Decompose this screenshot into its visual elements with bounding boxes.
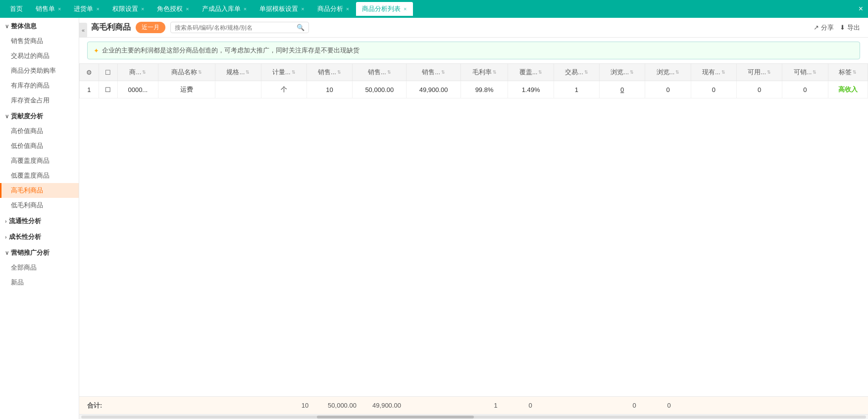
footer-cell-10 [444, 402, 478, 409]
nav-close-icon[interactable]: × [186, 6, 189, 12]
sidebar-group-流通性分析[interactable]: ›流通性分析 [0, 213, 79, 229]
sidebar-group-营销推广分析[interactable]: ∨营销推广分析 [0, 244, 79, 260]
sidebar-group-贡献度分析[interactable]: ∨贡献度分析 [0, 108, 79, 124]
sidebar-group-label: 贡献度分析 [11, 112, 43, 121]
sidebar-item-低覆盖度商品[interactable]: 低覆盖度商品 [0, 168, 79, 183]
export-button[interactable]: ⬇ 导出 [840, 23, 860, 32]
nav-close-icon[interactable]: × [244, 6, 247, 12]
row-sales1: 10 [306, 81, 352, 98]
sidebar-item-低毛利商品[interactable]: 低毛利商品 [0, 198, 79, 213]
row-tag: 高收入 [828, 81, 868, 98]
sidebar-group-成长性分析[interactable]: ›成长性分析 [0, 229, 79, 244]
nav-item-进货单[interactable]: 进货单× [68, 2, 105, 16]
col-header-浏览...[interactable]: 浏览...⇅ [645, 64, 691, 81]
sidebar-item-销售货商品[interactable]: 销售货商品 [0, 34, 79, 48]
table-container: ⚙☐商...⇅商品名称⇅规格...⇅计量...⇅销售...⇅销售...⇅销售..… [79, 63, 868, 396]
nav-close-icon[interactable]: × [96, 6, 99, 12]
row-sales3: 49,900.00 [407, 81, 460, 98]
sidebar-item-低价值商品[interactable]: 低价值商品 [0, 139, 79, 153]
footer-cell-0 [117, 402, 137, 409]
sidebar: ∨整体信息销售货商品交易过的商品商品分类助购率有库存的商品库存资金占用∨贡献度分… [0, 18, 79, 419]
row-browse1: 0 [600, 81, 645, 98]
export-icon: ⬇ [840, 24, 845, 31]
top-nav: 首页销售单×进货单×权限设置×角色授权×产成品入库单×单据模板设置×商品分析×商… [0, 0, 868, 18]
col-header-商品名称[interactable]: 商品名称⇅ [158, 64, 215, 81]
footer-cell-17 [686, 402, 716, 409]
sidebar-item-交易过的商品[interactable]: 交易过的商品 [0, 48, 79, 63]
sidebar-group-arrow: › [5, 234, 7, 240]
footer-cell-2 [152, 402, 181, 409]
nav-item-首页[interactable]: 首页 [4, 2, 29, 16]
sidebar-item-商品分类助购率[interactable]: 商品分类助购率 [0, 63, 79, 78]
sidebar-item-库存资金占用[interactable]: 库存资金占用 [0, 93, 79, 108]
col-header-销售...[interactable]: 销售...⇅ [306, 64, 352, 81]
window-close-button[interactable]: × [859, 4, 863, 13]
row-coverage: 1.49% [508, 81, 554, 98]
sidebar-item-新品[interactable]: 新品 [0, 275, 79, 290]
nav-item-销售单[interactable]: 销售单× [30, 2, 67, 16]
nav-item-商品分析[interactable]: 商品分析× [311, 2, 355, 16]
footer-cell-8: 49,900.00 [364, 402, 409, 409]
content-header: 高毛利商品 近一月 🔍 ↗ 分享 ⬇ 导出 [79, 18, 868, 38]
col-header-⚙: ⚙ [80, 64, 99, 81]
sidebar-collapse-button[interactable]: « [79, 23, 87, 38]
col-header-可销...[interactable]: 可销...⇅ [782, 64, 828, 81]
row-code: 0000... [118, 81, 158, 98]
nav-close-icon[interactable]: × [58, 6, 61, 12]
footer-cell-13 [548, 402, 582, 409]
nav-item-角色授权[interactable]: 角色授权× [151, 2, 195, 16]
share-button[interactable]: ↗ 分享 [814, 23, 834, 32]
search-icon[interactable]: 🔍 [297, 24, 305, 31]
sidebar-group-arrow: ∨ [5, 113, 9, 120]
sidebar-group-整体信息[interactable]: ∨整体信息 [0, 18, 79, 34]
nav-close-icon[interactable]: × [141, 6, 144, 12]
sidebar-item-有库存的商品[interactable]: 有库存的商品 [0, 78, 79, 93]
col-header-标签[interactable]: 标签⇅ [828, 64, 868, 81]
row-sellable: 0 [782, 81, 828, 98]
sidebar-group-label: 流通性分析 [9, 217, 41, 226]
col-header-销售...[interactable]: 销售...⇅ [407, 64, 460, 81]
col-header-毛利率[interactable]: 毛利率⇅ [460, 64, 508, 81]
total-label: 合计: [87, 401, 117, 410]
col-header-可用...[interactable]: 可用...⇅ [736, 64, 782, 81]
footer-cell-3 [181, 402, 231, 409]
nav-item-商品分析列表[interactable]: 商品分析列表× [356, 2, 412, 16]
row-current: 0 [691, 81, 736, 98]
col-header-销售...[interactable]: 销售...⇅ [353, 64, 407, 81]
row-browse2: 0 [645, 81, 691, 98]
col-header-现有...[interactable]: 现有...⇅ [691, 64, 736, 81]
row-spec [215, 81, 261, 98]
col-header-覆盖...[interactable]: 覆盖...⇅ [508, 64, 554, 81]
col-header-☐: ☐ [99, 64, 118, 81]
nav-close-icon[interactable]: × [346, 6, 349, 12]
nav-close-icon[interactable]: × [404, 6, 407, 12]
sidebar-group-arrow: ∨ [5, 23, 9, 30]
content-area: « 高毛利商品 近一月 🔍 ↗ 分享 ⬇ 导出 ✦ 企 [79, 18, 868, 419]
sidebar-group-arrow: › [5, 218, 7, 224]
col-header-计量...[interactable]: 计量...⇅ [261, 64, 306, 81]
nav-item-单据模板设置[interactable]: 单据模板设置× [254, 2, 310, 16]
sidebar-group-label: 营销推广分析 [11, 248, 50, 257]
sidebar-item-全部商品[interactable]: 全部商品 [0, 260, 79, 275]
row-checkbox[interactable]: ☐ [99, 81, 118, 98]
data-table: ⚙☐商...⇅商品名称⇅规格...⇅计量...⇅销售...⇅销售...⇅销售..… [79, 63, 868, 98]
sidebar-item-高价值商品[interactable]: 高价值商品 [0, 124, 79, 139]
col-header-浏览...[interactable]: 浏览...⇅ [600, 64, 645, 81]
col-header-交易...[interactable]: 交易...⇅ [554, 64, 599, 81]
info-banner-text: 企业的主要的利润都是这部分商品创造的，可考虑加大推广，同时关注库存是不要出现缺货 [102, 46, 359, 55]
nav-close-icon[interactable]: × [301, 6, 304, 12]
table-row: 1☐0000...运费个1050,000.0049,900.0099.8%1.4… [80, 81, 868, 98]
sidebar-item-高覆盖度商品[interactable]: 高覆盖度商品 [0, 153, 79, 168]
bottom-scrollbar[interactable] [79, 414, 868, 419]
header-actions: ↗ 分享 ⬇ 导出 [814, 23, 860, 32]
search-input[interactable] [175, 24, 297, 31]
filter-recent-month-button[interactable]: 近一月 [136, 22, 165, 33]
search-box: 🔍 [170, 22, 309, 33]
nav-item-权限设置[interactable]: 权限设置× [106, 2, 150, 16]
footer-cell-7: 50,000.00 [320, 402, 364, 409]
nav-item-产成品入库单[interactable]: 产成品入库单× [196, 2, 253, 16]
page-title: 高毛利商品 [91, 22, 131, 33]
sidebar-item-高毛利商品[interactable]: 高毛利商品 [0, 183, 79, 198]
col-header-规格...[interactable]: 规格...⇅ [215, 64, 261, 81]
col-header-商...[interactable]: 商...⇅ [118, 64, 158, 81]
